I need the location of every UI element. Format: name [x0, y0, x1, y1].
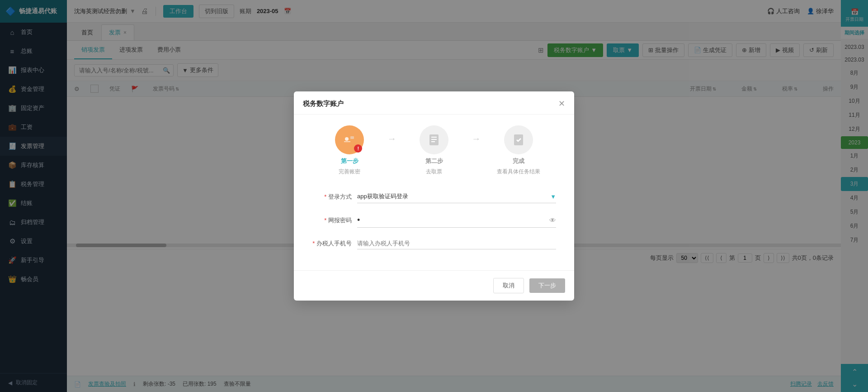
dialog-header: 税务数字账户 ✕ — [294, 91, 574, 115]
step-2-icon-wrap — [420, 125, 448, 154]
password-form-label: * 网报密码 — [312, 216, 357, 225]
svg-rect-3 — [350, 136, 354, 139]
step-1-desc: 完善账密 — [339, 168, 360, 176]
login-method-dropdown-icon: ▼ — [550, 193, 556, 200]
dialog-body: ! 第一步 完善账密 → — [294, 115, 574, 270]
dialog-close-button[interactable]: ✕ — [558, 99, 565, 109]
form-row-login-method: * 登录方式 app获取验证码登录 ▼ — [312, 190, 556, 203]
dialog-footer: 取消 下一步 — [294, 270, 574, 301]
step-1-icon-wrap: ! — [335, 125, 364, 154]
steps-indicator: ! 第一步 完善账密 → — [312, 125, 556, 176]
step-3-desc: 查看具体任务结果 — [497, 168, 540, 176]
step-3: 完成 查看具体任务结果 — [481, 125, 556, 176]
step-2-label: 第二步 — [425, 157, 443, 165]
step-1-badge: ! — [354, 144, 362, 153]
step-2-svg — [426, 132, 442, 148]
password-dot: • — [357, 215, 362, 225]
password-eye-icon[interactable]: 👁 — [549, 216, 556, 224]
step-arrow-2: → — [472, 134, 481, 144]
step-1-label: 第一步 — [341, 157, 359, 165]
password-label: 网报密码 — [328, 217, 352, 224]
phone-form-label: * 办税人手机号 — [312, 239, 357, 248]
step-3-label: 完成 — [513, 157, 524, 165]
phone-input[interactable] — [357, 238, 556, 249]
modal-overlay: 税务数字账户 ✕ ! 第一步 — [0, 0, 868, 392]
step-1: ! 第一步 完善账密 — [312, 125, 387, 176]
form-row-password: * 网报密码 • 👁 — [312, 213, 556, 228]
step-arrow-1: → — [387, 134, 396, 144]
step-3-svg — [510, 132, 527, 148]
step-2-desc: 去取票 — [426, 168, 442, 176]
login-method-form-label: * 登录方式 — [312, 193, 357, 201]
phone-label: 办税人手机号 — [316, 240, 352, 247]
login-method-value: app获取验证码登录 — [357, 192, 408, 201]
required-star-3: * — [312, 240, 315, 247]
next-button[interactable]: 下一步 — [529, 278, 565, 293]
form-row-phone: * 办税人手机号 — [312, 238, 556, 249]
login-method-label: 登录方式 — [328, 193, 352, 200]
tax-digital-account-dialog: 税务数字账户 ✕ ! 第一步 — [294, 91, 574, 301]
step-2: 第二步 去取票 — [396, 125, 472, 176]
required-star: * — [324, 193, 326, 200]
dialog-title: 税务数字账户 — [303, 100, 344, 108]
password-input-wrap: • 👁 — [357, 213, 556, 228]
cancel-button[interactable]: 取消 — [493, 278, 524, 293]
step-3-icon-wrap — [504, 125, 533, 154]
svg-point-1 — [345, 137, 349, 141]
login-method-select[interactable]: app获取验证码登录 ▼ — [357, 190, 556, 203]
svg-rect-8 — [514, 134, 523, 145]
required-star-2: * — [324, 217, 326, 224]
